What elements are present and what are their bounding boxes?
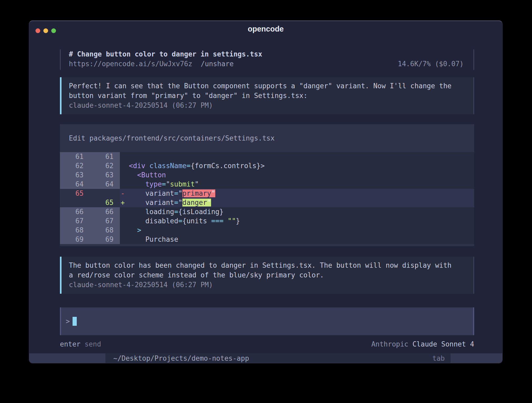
code-token: primary	[182, 189, 211, 197]
diff-row: 65+ variant="danger"	[60, 198, 474, 207]
code-token	[121, 180, 145, 188]
diff-code-line	[120, 152, 474, 161]
code-token	[121, 162, 129, 170]
diff-row: 65- variant="primary"	[60, 189, 474, 198]
assistant-message: Perfect! I can see that the Button compo…	[60, 77, 474, 114]
code-token: =	[174, 189, 178, 197]
new-line-number: 69	[90, 235, 120, 244]
hints-row: enter send Anthropic Claude Sonnet 4	[60, 339, 474, 349]
diff-footer	[60, 244, 474, 246]
code-token: ""	[228, 217, 236, 225]
code-token: >	[137, 226, 141, 234]
code-token	[121, 217, 145, 225]
prompt-symbol: >	[66, 317, 70, 325]
code-token	[121, 235, 145, 243]
diff-row: 6363 <Button	[60, 170, 474, 180]
new-line-number: 66	[90, 207, 120, 216]
new-line-number: 62	[90, 161, 120, 170]
code-token	[125, 189, 145, 197]
code-token: ===	[211, 217, 223, 225]
code-token: "	[166, 180, 170, 188]
edit-tool-block: Edit packages/frontend/src/containers/Se…	[60, 124, 474, 246]
send-hint: enter send	[60, 339, 101, 349]
code-token: =	[186, 162, 191, 170]
opencode-window: opencode # Change button color to danger…	[29, 20, 503, 363]
text-cursor	[73, 317, 77, 326]
session-title-row: # Change button color to danger in setti…	[60, 49, 474, 59]
new-line-number: 61	[90, 152, 120, 161]
code-token	[121, 171, 137, 179]
old-line-number: 64	[60, 180, 90, 189]
old-line-number: 62	[60, 161, 90, 170]
status-bar: opencodev0.3.11 ~/Desktop/Projects/demo-…	[29, 353, 502, 363]
session-title: # Change button color to danger in setti…	[69, 49, 262, 59]
diff-code-line: - variant="primary"	[120, 189, 474, 198]
diff-code-line: >	[120, 226, 474, 235]
mode-segment: BUILD MODE	[451, 353, 502, 363]
code-token: "	[178, 199, 182, 206]
code-token: {formCs.controls}>	[191, 162, 265, 170]
code-token: {isLoading}	[178, 208, 223, 216]
model-provider: Anthropic	[371, 340, 408, 348]
code-token: "	[178, 189, 182, 197]
old-line-number	[60, 198, 90, 207]
diff-code-line: Purchase	[120, 235, 474, 244]
old-line-number: 67	[60, 216, 90, 226]
assistant-message: The button color has been changed to dan…	[60, 257, 474, 294]
code-token: <Button	[137, 171, 166, 179]
code-token	[121, 226, 137, 234]
code-token: =	[162, 180, 166, 188]
session-header: # Change button color to danger in setti…	[60, 49, 474, 70]
code-token: -	[121, 189, 125, 197]
app-version-segment: opencodev0.3.11	[29, 353, 105, 363]
working-directory: ~/Desktop/Projects/demo-notes-app	[113, 354, 249, 362]
share-url-link[interactable]: https://opencode.ai/s/UwJxv76z	[69, 59, 192, 69]
diff-view: 61616262 <div className={formCs.controls…	[60, 152, 474, 244]
main-content: # Change button color to danger in setti…	[60, 49, 474, 349]
code-token	[121, 208, 145, 216]
new-line-number	[90, 189, 120, 198]
code-token: loading	[145, 208, 174, 216]
code-token	[145, 162, 150, 170]
message-text: The button color has been changed to dan…	[69, 261, 465, 280]
code-token: "	[211, 189, 215, 197]
prompt-input[interactable]: >	[60, 307, 474, 335]
code-token	[223, 217, 228, 225]
unshare-command[interactable]: /unshare	[201, 59, 234, 69]
code-token: =	[174, 199, 178, 206]
diff-code-line: <Button	[120, 170, 474, 180]
code-token: Purchase	[145, 235, 178, 243]
diff-code-line: type="submit"	[120, 180, 474, 189]
session-meta-row: https://opencode.ai/s/UwJxv76z /unshare …	[60, 59, 474, 69]
code-token: variant	[145, 189, 174, 197]
tab-key-hint: tab	[432, 354, 445, 362]
context-stats: 14.6K/7% ($0.07)	[398, 59, 464, 69]
new-line-number: 68	[90, 226, 120, 235]
code-token: =	[174, 208, 178, 216]
code-token: =	[178, 217, 182, 225]
code-token	[125, 199, 145, 206]
code-token: {units	[182, 217, 211, 225]
diff-row: 6868 >	[60, 226, 474, 235]
code-token: variant	[145, 199, 174, 206]
new-line-number: 65	[90, 198, 120, 207]
old-line-number: 68	[60, 226, 90, 235]
model-indicator: Anthropic Claude Sonnet 4	[371, 339, 474, 349]
diff-code-line: disabled={units === ""}	[120, 216, 474, 226]
code-token: className	[150, 162, 187, 170]
diff-row: 6666 loading={isLoading}	[60, 207, 474, 216]
message-text: Perfect! I can see that the Button compo…	[69, 81, 465, 101]
window-title: opencode	[29, 25, 502, 33]
old-line-number: 61	[60, 152, 90, 161]
diff-row: 6969 Purchase	[60, 235, 474, 244]
code-token: submit	[170, 180, 195, 188]
code-token: "	[207, 199, 211, 206]
code-token: +	[121, 199, 125, 206]
old-line-number: 66	[60, 207, 90, 216]
send-action-label: send	[85, 340, 101, 348]
diff-row: 6161	[60, 152, 474, 161]
diff-code-line: <div className={formCs.controls}>	[120, 161, 474, 170]
code-token: }	[236, 217, 240, 225]
old-line-number: 65	[60, 189, 90, 198]
new-line-number: 64	[90, 180, 120, 189]
